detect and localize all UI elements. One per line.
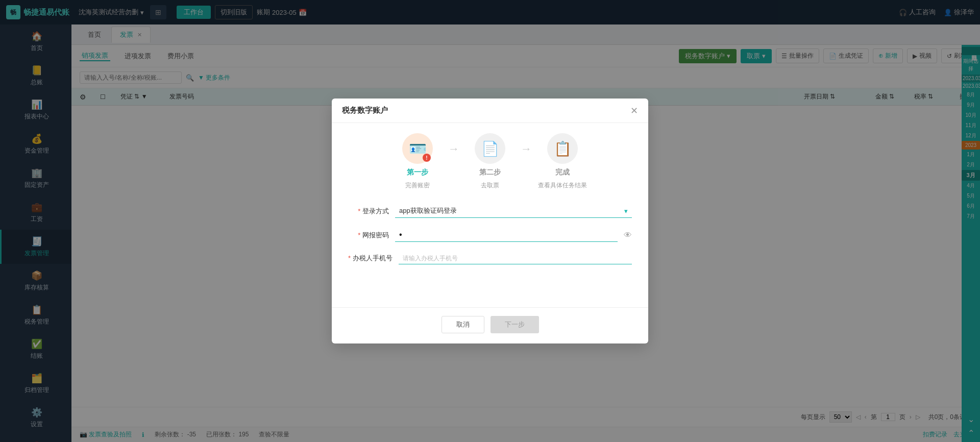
- step-3: 📋 完成 查看具体任务结果: [532, 133, 593, 190]
- step1-title: 第一步: [407, 168, 428, 177]
- toggle-password-icon[interactable]: 👁: [624, 231, 632, 240]
- select-chevron-icon: ▾: [624, 207, 628, 215]
- form-spacer: [348, 275, 632, 295]
- step-1: 🪪 ! 第一步 完善账密: [387, 133, 448, 190]
- dialog-title: 税务数字账户: [342, 106, 388, 115]
- step1-desc: 完善账密: [405, 181, 430, 190]
- step2-icon: 📄: [481, 140, 499, 157]
- step1-icon-wrap: 🪪 !: [402, 133, 433, 164]
- phone-row: 办税人手机号: [348, 252, 632, 264]
- phone-label: 办税人手机号: [348, 254, 393, 263]
- step2-icon-wrap: 📄: [475, 133, 505, 164]
- next-step-button[interactable]: 下一步: [491, 316, 539, 333]
- steps-row: 🪪 ! 第一步 完善账密 → 📄 第二步 去取票 →: [348, 133, 632, 190]
- step-arrow-1: →: [448, 142, 459, 156]
- dialog-close-button[interactable]: ✕: [630, 106, 638, 115]
- login-method-label: 登录方式: [348, 207, 389, 216]
- step3-desc: 查看具体任务结果: [538, 181, 587, 190]
- login-method-select[interactable]: app获取验证码登录 ▾: [395, 204, 632, 218]
- step3-title: 完成: [555, 168, 570, 177]
- step3-icon: 📋: [554, 140, 572, 157]
- phone-input[interactable]: [399, 252, 632, 264]
- step-arrow-2: →: [521, 142, 532, 156]
- tax-digital-dialog: 税务数字账户 ✕ 🪪 ! 第一步 完善账密 →: [332, 99, 648, 343]
- dialog-footer: 取消 下一步: [332, 307, 648, 343]
- step2-title: 第二步: [479, 168, 501, 177]
- step-2: 📄 第二步 去取票: [459, 133, 521, 190]
- dialog-body: 🪪 ! 第一步 完善账密 → 📄 第二步 去取票 →: [332, 123, 648, 307]
- password-input[interactable]: [395, 228, 618, 242]
- login-method-row: 登录方式 app获取验证码登录 ▾: [348, 204, 632, 218]
- password-row: 网报密码 👁: [348, 228, 632, 242]
- password-label: 网报密码: [348, 231, 389, 240]
- modal-overlay[interactable]: 税务数字账户 ✕ 🪪 ! 第一步 完善账密 →: [0, 0, 980, 442]
- dialog-header: 税务数字账户 ✕: [332, 99, 648, 123]
- cancel-button[interactable]: 取消: [442, 316, 484, 333]
- step2-desc: 去取票: [481, 181, 499, 190]
- step3-icon-wrap: 📋: [547, 133, 578, 164]
- step1-badge: !: [423, 154, 431, 162]
